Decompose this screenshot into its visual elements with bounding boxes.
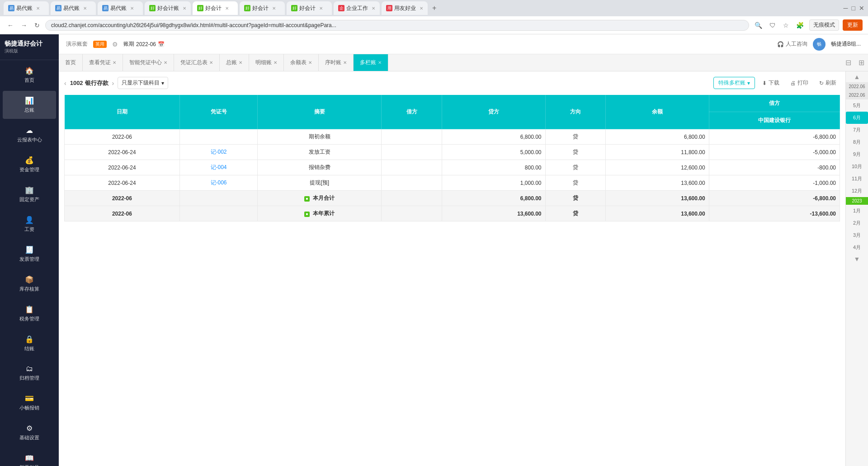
sidebar-item-assets[interactable]: 🏢 固定资产 — [3, 180, 56, 208]
tab-4-close[interactable]: ✕ — [183, 6, 186, 11]
sidebar-item-guide[interactable]: 📖 新手引导 — [3, 448, 56, 466]
tab-multi-close[interactable]: ✕ — [378, 60, 382, 65]
account-prev-button[interactable]: ‹ — [64, 80, 66, 87]
sidebar-item-ledger[interactable]: 📊 总账 — [3, 91, 56, 119]
browser-tab-8[interactable]: 企 企业工作 ✕ — [334, 1, 380, 15]
tab-sequence[interactable]: 序时账 ✕ — [319, 54, 354, 71]
tab-general-close[interactable]: ✕ — [239, 60, 242, 65]
tab-general[interactable]: 总账 ✕ — [220, 54, 249, 71]
sidebar-item-payroll[interactable]: 👤 工资 — [3, 210, 56, 238]
sidebar-item-home[interactable]: 🏠 首页 — [3, 61, 56, 89]
download-button[interactable]: ⬇ 下载 — [759, 77, 783, 89]
browser-tab-6[interactable]: 好 好会计 ✕ — [240, 1, 285, 15]
tab-general-label: 总账 — [226, 59, 237, 66]
forward-button[interactable]: → — [19, 21, 29, 30]
expand-tab-button[interactable]: ⊞ — [855, 55, 868, 71]
tab-smart-close[interactable]: ✕ — [164, 60, 167, 65]
sidebar-item-reports[interactable]: ☁ 云报表中心 — [3, 121, 56, 149]
tab-smart[interactable]: 智能凭证中心 ✕ — [123, 54, 174, 71]
search-icon[interactable]: 🔍 — [753, 21, 764, 30]
update-button[interactable]: 更新 — [843, 19, 863, 31]
cal-month-mar[interactable]: 3月 — [846, 229, 868, 241]
tab-detail[interactable]: 明细账 ✕ — [249, 54, 284, 71]
sidebar-item-funds[interactable]: 💰 资金管理 — [3, 151, 56, 179]
calendar-down-arrow[interactable]: ▼ — [846, 254, 868, 264]
tab-3-close[interactable]: ✕ — [130, 6, 134, 11]
tab-summary[interactable]: 凭证汇总表 ✕ — [174, 54, 220, 71]
collapse-tab-button[interactable]: ⊟ — [842, 55, 855, 71]
browser-tab-7[interactable]: 好 好会计 ✕ — [287, 1, 332, 15]
maximize-button[interactable]: □ — [852, 5, 855, 12]
no-trace-button[interactable]: 无痕模式 — [809, 19, 839, 31]
sidebar-item-invoice[interactable]: 🧾 发票管理 — [3, 240, 56, 268]
tab-5-close[interactable]: ✕ — [225, 6, 229, 11]
tab-5-label: 好会计 — [205, 5, 222, 12]
sidebar-item-archive[interactable]: 🗂 归档管理 — [3, 359, 56, 387]
tab-multi[interactable]: 多栏账 ✕ — [354, 54, 388, 71]
sidebar-item-tax[interactable]: 📋 税务管理 — [3, 300, 56, 328]
funds-icon: 💰 — [25, 156, 34, 165]
tab-9-close[interactable]: ✕ — [420, 6, 423, 11]
tab-balance[interactable]: 余额表 ✕ — [284, 54, 319, 71]
tab-home[interactable]: 首页 — [59, 54, 83, 71]
ai-consult-button[interactable]: 🎧 人工咨询 — [777, 40, 807, 48]
cal-month-jan[interactable]: 1月 — [846, 205, 868, 217]
cal-month-apr[interactable]: 4月 — [846, 241, 868, 254]
cal-month-oct[interactable]: 10月 — [846, 160, 868, 173]
cell-voucher-3[interactable]: 记-006 — [179, 175, 257, 191]
account-next-button[interactable]: › — [112, 80, 114, 87]
tab-detail-close[interactable]: ✕ — [274, 60, 277, 65]
tab-summary-close[interactable]: ✕ — [209, 60, 213, 65]
sidebar-item-inventory[interactable]: 📦 库存核算 — [3, 270, 56, 298]
tab-sequence-close[interactable]: ✕ — [343, 60, 347, 65]
sidebar-item-settings[interactable]: ⚙ 基础设置 — [3, 419, 56, 447]
cal-month-may[interactable]: 5月 — [846, 99, 868, 112]
tab-8-close[interactable]: ✕ — [372, 6, 375, 11]
special-multi-button[interactable]: 特殊多栏账 ▾ — [713, 77, 755, 89]
calendar-icon[interactable]: 📅 — [158, 41, 165, 47]
cal-month-jun[interactable]: 6月 — [846, 112, 868, 124]
browser-tab-9[interactable]: 用 用友好业 ✕ — [382, 1, 428, 15]
tab-voucher-close[interactable]: ✕ — [113, 60, 116, 65]
ai-consult-label: 人工咨询 — [786, 40, 807, 48]
cal-month-feb[interactable]: 2月 — [846, 217, 868, 229]
bookmark-icon[interactable]: ☆ — [781, 21, 791, 30]
sidebar-item-expense[interactable]: 💳 小畅报销 — [3, 389, 56, 417]
refresh-button[interactable]: ↻ 刷新 — [816, 77, 840, 89]
close-window-button[interactable]: ✕ — [859, 5, 864, 12]
cal-month-dec[interactable]: 12月 — [846, 185, 868, 197]
cal-month-jul[interactable]: 7月 — [846, 124, 868, 136]
window-controls: ─ □ ✕ — [844, 5, 864, 12]
shield-icon[interactable]: 🛡 — [768, 21, 778, 30]
cell-subdebit-4: -6,800.00 — [709, 191, 840, 206]
tab-balance-close[interactable]: ✕ — [308, 60, 312, 65]
url-input[interactable] — [45, 20, 749, 31]
filter-dropdown[interactable]: 只显示下级科目 ▾ — [118, 77, 168, 89]
tab-7-close[interactable]: ✕ — [319, 6, 323, 11]
browser-tab-4[interactable]: 好 好会计账 ✕ — [145, 1, 191, 15]
extensions-icon[interactable]: 🧩 — [794, 21, 806, 30]
cal-month-nov[interactable]: 11月 — [846, 173, 868, 185]
browser-tab-3[interactable]: 易 易代账 ✕ — [98, 1, 143, 15]
tab-voucher[interactable]: 查看凭证 ✕ — [83, 54, 123, 71]
tab-2-close[interactable]: ✕ — [83, 6, 87, 11]
minimize-button[interactable]: ─ — [844, 5, 848, 12]
cell-voucher-2[interactable]: 记-004 — [179, 160, 257, 175]
tab-7-label: 好会计 — [299, 5, 316, 12]
browser-tab-2[interactable]: 易 易代账 ✕ — [51, 1, 96, 15]
browser-tab-1[interactable]: 易 易代账 ✕ — [4, 1, 49, 15]
cal-month-aug[interactable]: 8月 — [846, 136, 868, 148]
print-button[interactable]: 🖨 打印 — [787, 77, 812, 89]
reload-button[interactable]: ↻ — [33, 21, 42, 30]
settings-cog-icon[interactable]: ⚙ — [112, 41, 118, 48]
sidebar-item-close[interactable]: 🔒 结账 — [3, 329, 56, 358]
cell-voucher-1[interactable]: 记-002 — [179, 145, 257, 160]
back-button[interactable]: ← — [5, 21, 15, 30]
browser-tab-5[interactable]: 好 好会计 ✕ — [193, 1, 238, 15]
cal-month-sep[interactable]: 9月 — [846, 148, 868, 160]
tab-1-close[interactable]: ✕ — [36, 6, 40, 11]
tab-6-close[interactable]: ✕ — [272, 6, 276, 11]
cell-dir-0: 贷 — [545, 129, 605, 145]
new-tab-button[interactable]: + — [429, 4, 439, 12]
calendar-up-arrow[interactable]: ▲ — [846, 71, 868, 82]
